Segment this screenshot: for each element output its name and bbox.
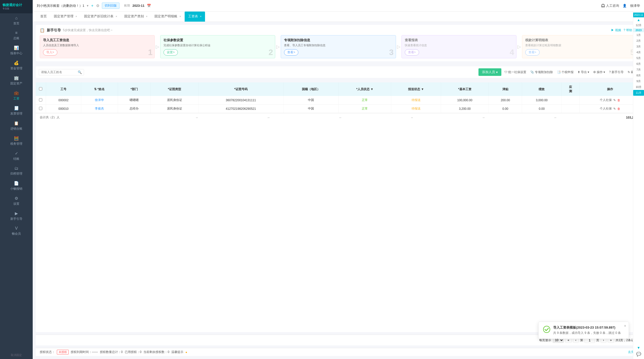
close-tab-icon[interactable]: × <box>146 15 147 18</box>
video-label[interactable]: ▶ 视频 <box>611 28 621 32</box>
sidebar-item-member[interactable]: V 畅会员 <box>0 224 33 238</box>
col-basic-salary[interactable]: *基本工资 <box>441 82 489 96</box>
cal-nav-down[interactable]: ▼ <box>636 345 641 350</box>
row-check[interactable] <box>36 96 46 105</box>
tax-declare-button[interactable]: 📑 个税申报 <box>556 70 575 74</box>
row-dept: 总经办 <box>118 105 151 113</box>
edit-row-icon[interactable]: ✎ <box>613 98 616 102</box>
dropdown-arrow-icon[interactable]: ▾ <box>87 4 89 8</box>
cal-month-oct[interactable]: 10月 <box>633 84 644 90</box>
wizard-step4-btn[interactable]: 查看> <box>405 49 419 56</box>
sidebar-item-settings[interactable]: ⚙ 设置 <box>0 193 33 209</box>
col-id-type[interactable]: *证照类型 <box>151 82 198 96</box>
export-button[interactable]: ⬆ 导出 ▾ <box>577 70 590 74</box>
tab-fixed-assets[interactable]: 固定资产管理 × <box>50 12 80 22</box>
cal-month-aug[interactable]: 8月 <box>633 73 644 78</box>
sidebar-item-finance[interactable]: 💰 资金管理 <box>0 58 33 73</box>
social-insurance-button[interactable]: 🛡 统一社保设置 <box>503 70 527 74</box>
cal-month-jan[interactable]: 1月 <box>633 32 644 38</box>
cal-month-feb[interactable]: 2月 <box>633 38 644 44</box>
salary-table-wrap: 工号 ⇅ *姓名 *部门 *证照类型 *证照号码 国籍（地区） *人员状态 ▼ … <box>36 82 641 332</box>
tab-home[interactable]: 首页 <box>37 12 50 22</box>
settings-topbar-icon[interactable]: ⚙ <box>96 4 99 8</box>
col-name[interactable]: ⇅ *姓名 <box>81 82 118 96</box>
col-perf[interactable]: 绩效 <box>522 82 561 96</box>
sidebar-item-invoice[interactable]: 🧾 发票管理 <box>0 103 33 118</box>
special-deduction-button[interactable]: 📎 专项附加扣除 <box>529 70 554 74</box>
calendar-icon[interactable]: 📅 <box>147 4 151 8</box>
sidebar-label-home: 首页 <box>13 21 19 26</box>
sidebar-item-close[interactable]: ✓ 结账 <box>0 148 33 164</box>
switch-version-button[interactable]: 切到旧版 <box>102 3 119 9</box>
cal-month-nov[interactable]: 11月 <box>633 90 644 96</box>
cal-month-apr[interactable]: 4月 <box>633 49 644 55</box>
search-input[interactable] <box>41 70 77 74</box>
personal-insurance-btn-2[interactable]: 个人社保 <box>600 107 612 111</box>
personal-insurance-btn[interactable]: 个人社保 <box>600 98 612 102</box>
wizard-step2-desc: 完成社保参数设置自动计算社保公积金 <box>164 43 272 47</box>
wizard-step3-btn[interactable]: 查看> <box>284 49 298 56</box>
col-send-status[interactable]: 报送状态 ▼ <box>391 82 441 96</box>
filter-icon-2[interactable]: ▼ <box>421 87 424 91</box>
col-id-num[interactable]: *证照号码 <box>198 82 283 96</box>
cal-month-may[interactable]: 5月 <box>633 55 644 61</box>
cal-month-jul[interactable]: 7月 <box>633 67 644 73</box>
delete-row-icon[interactable]: 🗑 <box>617 98 620 102</box>
operations-button[interactable]: ⚙ 操作 ▾ <box>592 70 606 74</box>
sidebar-item-archive[interactable]: 🗂 归档管理 <box>0 164 33 178</box>
select-all-checkbox[interactable] <box>39 87 42 90</box>
col-allowance[interactable]: 津贴 <box>489 82 522 96</box>
wizard-step5-btn[interactable]: 查看> <box>525 49 540 56</box>
sidebar-item-expense[interactable]: 📄 小畅报销 <box>0 178 33 193</box>
employee-name-link[interactable]: 徐泽华 <box>95 98 104 102</box>
close-tab-icon[interactable]: × <box>179 15 181 18</box>
col-status[interactable]: *人员状态 ▼ <box>339 82 391 96</box>
toast-close-btn[interactable]: × <box>624 324 626 328</box>
sort-icon: ⇅ <box>94 87 97 91</box>
filter-icon[interactable]: ▼ <box>370 87 373 91</box>
close-tab-icon[interactable]: × <box>115 15 117 18</box>
tab-detail-ledger[interactable]: 固定资产明细账 × <box>151 12 184 22</box>
employee-name-link[interactable]: 李俊杰 <box>95 107 104 110</box>
cancel-pin-button[interactable]: 取消固定 <box>0 351 33 359</box>
guide-button[interactable]: ? 新手引导 <box>608 70 625 74</box>
delete-row-icon-2[interactable]: 🗑 <box>617 107 620 111</box>
wizard-step2-btn[interactable]: 设置> <box>164 49 178 56</box>
cal-nav-up[interactable]: ▲ <box>636 17 641 22</box>
sidebar-item-tax[interactable]: 🧮 税务管理 <box>0 133 33 148</box>
help-label[interactable]: ? 帮助 <box>624 28 632 32</box>
close-tab-icon[interactable]: × <box>75 15 77 18</box>
sidebar-item-assets[interactable]: 🏢 固定资产 <box>0 73 33 88</box>
cal-month-mar[interactable]: 3月 <box>633 44 644 49</box>
sidebar-item-salary[interactable]: 💼 工资 <box>0 88 33 103</box>
search-icon: 🔍 <box>78 70 82 74</box>
add-account-icon[interactable]: + <box>91 4 93 8</box>
sidebar-item-home[interactable]: ⌂ 首页 <box>0 13 33 28</box>
sidebar-label-archive: 归档管理 <box>10 172 22 176</box>
search-box[interactable]: 🔍 <box>39 69 84 75</box>
tab-salary-table[interactable]: 工资表 × <box>185 12 205 22</box>
close-active-tab-icon[interactable]: × <box>200 15 202 18</box>
consult-label[interactable]: 🎧 人工咨询 <box>601 4 619 8</box>
sidebar-item-guide[interactable]: ▶ 新手引导 <box>0 209 33 224</box>
sidebar-item-purchase[interactable]: 📋 进销台账 <box>0 118 33 133</box>
cal-month-dec[interactable]: 12月 <box>633 22 644 28</box>
col-id[interactable]: 工号 <box>46 82 81 96</box>
edit-row-icon-2[interactable]: ✎ <box>613 107 616 111</box>
cal-month-sep[interactable]: 9月 <box>633 78 644 84</box>
row-check[interactable] <box>36 105 46 113</box>
col-dept[interactable]: *部门 <box>118 82 151 96</box>
sidebar-item-ledger[interactable]: ≡ 总账 <box>0 28 33 43</box>
col-nation[interactable]: 国籍（地区） <box>283 82 338 96</box>
row-id-num: 360782200104131111 <box>198 96 283 105</box>
wizard-step1-btn[interactable]: 导入> <box>43 49 57 56</box>
tab-depreciation[interactable]: 固定资产折旧统计表 × <box>80 12 120 22</box>
col-apply[interactable]: 应测 <box>561 82 579 96</box>
cal-month-jun[interactable]: 6月 <box>633 61 644 67</box>
tab-category[interactable]: 固定资产类别 × <box>121 12 151 22</box>
app-name: 畅捷通好会计 <box>3 3 22 7</box>
col-checkbox <box>36 82 46 96</box>
cal-feedback-icon[interactable]: 💬 <box>636 350 641 358</box>
add-person-button[interactable]: 添加人员 ▾ <box>478 68 501 76</box>
sidebar-item-report[interactable]: 📊 报表中心 <box>0 43 33 58</box>
